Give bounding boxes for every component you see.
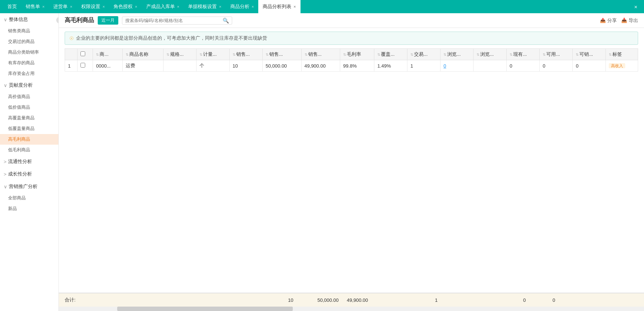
export-icon: 📥 (621, 18, 627, 23)
col-header-sellable_stock[interactable]: ⇅可销... (573, 49, 606, 60)
window-close-button[interactable]: × (630, 4, 641, 10)
sidebar-group-arrow: > (4, 171, 7, 177)
col-header-trade[interactable]: ⇅交易... (407, 49, 440, 60)
sidebar-group-arrow: ∨ (4, 17, 7, 22)
sidebar-item-新品[interactable]: 新品 (0, 203, 58, 214)
sort-icon: ⇅ (476, 53, 479, 57)
cell-current_stock: 0 (507, 60, 540, 72)
footer-cell-8: 49,900.00 (344, 297, 373, 304)
row-checkbox[interactable] (80, 63, 85, 68)
col-header-browse2[interactable]: ⇅浏览... (474, 49, 507, 60)
search-icon[interactable]: 🔍 (223, 18, 229, 23)
cell-trade: 1 (407, 60, 440, 72)
cell-available_stock: 0 (540, 60, 573, 72)
sidebar-item-库存资金占用[interactable]: 库存资金占用 (0, 68, 58, 79)
cell-browse1[interactable]: 0 (440, 60, 474, 72)
sidebar-item-低覆盖量商品[interactable]: 低覆盖量商品 (0, 123, 58, 134)
col-header-available_stock[interactable]: ⇅可用... (540, 49, 573, 60)
sidebar-item-商品分类助销率[interactable]: 商品分类助销率 (0, 47, 58, 58)
sidebar-group-流通性分析[interactable]: >流通性分析 (0, 155, 58, 168)
nav-close-icon[interactable]: × (135, 4, 137, 9)
col-header-browse1[interactable]: ⇅浏览... (440, 49, 474, 60)
footer-cell-2 (168, 297, 197, 304)
total-label: 合计: (65, 297, 109, 303)
cell-checkbox[interactable] (78, 60, 93, 72)
footer-cell-6: 10 (285, 297, 314, 304)
horizontal-scrollbar[interactable] (59, 307, 644, 311)
sort-icon: ⇅ (266, 53, 269, 57)
sidebar-item-交易过的商品[interactable]: 交易过的商品 (0, 36, 58, 47)
footer-cell-15: 0 (550, 297, 579, 304)
footer-cell-13 (491, 297, 520, 304)
nav-close-icon[interactable]: × (70, 4, 72, 9)
content-header: 高毛利商品 近一月 🔍 📤 分享 📥 导出 (59, 13, 644, 28)
sidebar-item-全部商品[interactable]: 全部商品 (0, 193, 58, 203)
col-header-code[interactable]: ⇅商... (93, 49, 122, 60)
sidebar-item-销售类商品[interactable]: 销售类商品 (0, 26, 58, 36)
col-header-current_stock[interactable]: ⇅现有... (507, 49, 540, 60)
nav-item-角色授权[interactable]: 角色授权× (109, 0, 141, 13)
select-all-checkbox[interactable] (80, 51, 85, 56)
sidebar-item-高毛利商品[interactable]: 高毛利商品 (0, 134, 58, 145)
footer-cells: 1050,000.0049,900.00100 (109, 297, 638, 304)
nav-close-icon[interactable]: × (219, 4, 221, 9)
nav-close-icon[interactable]: × (42, 4, 44, 9)
col-header-sales_qty[interactable]: ⇅销售... (229, 49, 262, 60)
sidebar-item-低毛利商品[interactable]: 低毛利商品 (0, 145, 58, 155)
cell-unit: 个 (196, 60, 229, 72)
sidebar: « ∨整体信息销售类商品交易过的商品商品分类助销率有库存的商品库存资金占用∨贡献… (0, 13, 59, 311)
nav-item-单据模板设置[interactable]: 单据模板设置× (184, 0, 226, 13)
cell-code: 0000... (93, 60, 122, 72)
browse-link[interactable]: 0 (443, 63, 446, 69)
nav-item-商品分析[interactable]: 商品分析× (226, 0, 258, 13)
sidebar-item-高覆盖量商品[interactable]: 高覆盖量商品 (0, 113, 58, 123)
footer-cell-5 (256, 297, 285, 304)
col-header-sales_amount[interactable]: ⇅销售... (263, 49, 302, 60)
col-header-name[interactable]: ⇅商品名称 (122, 49, 163, 60)
footer-cell-11: 1 (432, 297, 461, 304)
sidebar-group-label: 营销推广分析 (9, 183, 37, 190)
sidebar-item-高价值商品[interactable]: 高价值商品 (0, 91, 58, 102)
nav-close-icon[interactable]: × (177, 4, 179, 9)
cell-name: 运费 (122, 60, 163, 72)
nav-close-icon[interactable]: × (294, 4, 296, 9)
sidebar-group-label: 整体信息 (9, 16, 28, 23)
nav-close-icon[interactable]: × (102, 4, 105, 9)
col-header-gross_margin[interactable]: ⇅毛利率 (340, 49, 374, 60)
sidebar-group-整体信息[interactable]: ∨整体信息 (0, 13, 58, 26)
share-button[interactable]: 📤 分享 (600, 17, 617, 24)
sidebar-item-低价值商品[interactable]: 低价值商品 (0, 102, 58, 113)
nav-item-产成品入库单[interactable]: 产成品入库单× (142, 0, 184, 13)
footer-cell-16 (579, 297, 608, 304)
export-button[interactable]: 📥 导出 (621, 17, 638, 24)
sidebar-group-贡献度分析[interactable]: ∨贡献度分析 (0, 79, 58, 91)
nav-item-进货单[interactable]: 进货单× (49, 0, 76, 13)
sidebar-group-营销推广分析[interactable]: ∨营销推广分析 (0, 180, 58, 193)
search-input[interactable] (125, 18, 223, 23)
sort-icon: ⇅ (166, 53, 169, 57)
sidebar-group-arrow: ∨ (4, 184, 7, 189)
sidebar-group-成长性分析[interactable]: >成长性分析 (0, 168, 58, 180)
col-header-tag[interactable]: ⇅标签 (606, 49, 638, 60)
cell-gross_margin: 99.8% (340, 60, 374, 72)
col-header-spec[interactable]: ⇅规格... (163, 49, 196, 60)
nav-item-商品分析列表[interactable]: 商品分析列表× (258, 0, 300, 13)
nav-item-权限设置[interactable]: 权限设置× (77, 0, 109, 13)
col-header-coverage[interactable]: ⇅覆盖... (374, 49, 407, 60)
sidebar-item-有库存的商品[interactable]: 有库存的商品 (0, 58, 58, 68)
nav-close-icon[interactable]: × (252, 4, 254, 9)
filter-month-button[interactable]: 近一月 (98, 16, 118, 25)
content-area: 高毛利商品 近一月 🔍 📤 分享 📥 导出 ☉ 企业的主要的利润都是这部分商品创… (59, 13, 644, 311)
scrollbar-thumb[interactable] (117, 307, 293, 311)
info-banner: ☉ 企业的主要的利润都是这部分商品创造的，可考虑加大推广，同时关注库存是不要出现… (65, 32, 638, 45)
nav-item-首页[interactable]: 首页 (3, 0, 21, 13)
col-header-sales_cost[interactable]: ⇅销售... (301, 49, 340, 60)
sort-icon: ⇅ (233, 53, 235, 57)
col-header-unit[interactable]: ⇅计量... (196, 49, 229, 60)
sort-icon: ⇅ (543, 53, 546, 57)
data-table: ⇅商...⇅商品名称⇅规格...⇅计量...⇅销售...⇅销售...⇅销售...… (65, 48, 638, 72)
cell-sales_amount: 50,000.00 (263, 60, 302, 72)
nav-item-销售单[interactable]: 销售单× (21, 0, 49, 13)
page-title: 高毛利商品 (65, 17, 94, 24)
cell-tag: 高收入 (606, 60, 638, 72)
